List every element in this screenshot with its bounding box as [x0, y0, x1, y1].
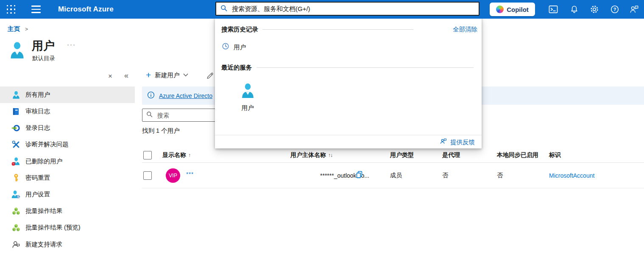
- search-icon: [220, 5, 227, 13]
- svg-text:?: ?: [613, 7, 616, 12]
- notifications-bell-icon[interactable]: [569, 4, 579, 14]
- help-icon[interactable]: ?: [610, 4, 620, 14]
- divider: [256, 67, 474, 68]
- user-icon: [241, 83, 255, 100]
- global-search-box[interactable]: [215, 2, 480, 16]
- signin-log-icon: [11, 123, 20, 132]
- result-count: 找到 1 个用户: [142, 127, 180, 135]
- plus-icon: +: [146, 71, 151, 79]
- sort-asc-icon: ↑: [188, 152, 190, 158]
- breadcrumb-home-link[interactable]: 主页: [8, 25, 20, 32]
- users-page-icon: [9, 41, 25, 61]
- sidebar-item-audit-logs[interactable]: 审核日志: [0, 103, 135, 120]
- chevron-down-icon: [183, 73, 188, 77]
- sidebar-item-signin-logs[interactable]: 登录日志: [0, 120, 135, 136]
- sidebar-item-password-reset[interactable]: 密码重置: [0, 170, 135, 186]
- row-checkbox[interactable]: [143, 171, 152, 180]
- col-identity[interactable]: 标识: [549, 151, 561, 159]
- top-bar: Microsoft Azure Copilot ?: [0, 0, 644, 19]
- copilot-logo-icon: [496, 6, 504, 13]
- deleted-user-icon: [11, 157, 20, 166]
- new-user-button[interactable]: + 新建用户: [146, 71, 188, 79]
- recent-services-title: 最近的服务: [221, 64, 252, 72]
- recent-service-users-tile[interactable]: 用户: [234, 83, 261, 112]
- user-settings-icon: [11, 190, 20, 199]
- provide-feedback-link[interactable]: 提供反馈: [450, 138, 475, 146]
- col-is-delegate[interactable]: 是代理: [442, 151, 460, 159]
- close-blade-icon[interactable]: ×: [108, 72, 112, 81]
- onprem-sync-value: 否: [497, 172, 503, 179]
- user-display-name-link[interactable]: ***: [186, 170, 194, 177]
- col-user-type[interactable]: 用户类型: [390, 151, 414, 159]
- sidebar-item-all-users[interactable]: 所有用户: [0, 87, 135, 103]
- audit-log-icon: [11, 107, 20, 116]
- identity-link[interactable]: MicrosoftAccount: [549, 172, 594, 179]
- avatar: VIP: [166, 168, 180, 183]
- feedback-icon: [440, 138, 447, 146]
- divider: [262, 29, 413, 30]
- azure-portal-window: Microsoft Azure Copilot ? 主页 >: [0, 0, 644, 257]
- history-clock-icon: [222, 42, 229, 52]
- select-all-checkbox[interactable]: [143, 151, 152, 159]
- sidebar-item-diagnose[interactable]: 诊断并解决问题: [0, 136, 135, 153]
- new-user-label: 新建用户: [155, 71, 179, 79]
- table-row[interactable]: VIP *** ******_outlook.co... 成员 否 否 Micr…: [142, 163, 644, 188]
- search-history-title: 搜索历史记录: [221, 25, 258, 34]
- col-upn[interactable]: 用户主体名称↑↓: [290, 151, 332, 159]
- collapse-menu-icon[interactable]: «: [124, 71, 128, 80]
- key-icon: [11, 173, 20, 182]
- copilot-button[interactable]: Copilot: [490, 3, 535, 16]
- cubes-icon: [11, 207, 20, 215]
- is-delegate-value: 否: [442, 172, 448, 179]
- cubes-icon: [11, 223, 20, 232]
- diagnose-icon: [11, 140, 20, 149]
- banner-link[interactable]: Azure Active Directo: [159, 92, 212, 99]
- copy-icon[interactable]: [356, 171, 363, 180]
- sidebar-item-bulk-results-preview[interactable]: 批量操作结果 (预览): [0, 219, 135, 236]
- clear-all-link[interactable]: 全部清除: [453, 25, 477, 34]
- sidebar-menu: 所有用户 审核日志 登录日志 诊断并解决问题 已删除的用户: [0, 87, 136, 256]
- user-icon: [11, 90, 20, 99]
- edit-pencil-icon[interactable]: [206, 72, 214, 81]
- search-icon: [146, 111, 153, 119]
- support-request-icon: [11, 240, 20, 249]
- hamburger-menu-icon[interactable]: [31, 6, 41, 13]
- page-more-button[interactable]: ···: [67, 41, 76, 48]
- search-dropdown-panel: 搜索历史记录 全部清除 用户 最近的服务 用户 提供反馈: [215, 17, 482, 148]
- cloud-shell-icon[interactable]: [548, 4, 558, 14]
- settings-gear-icon[interactable]: [589, 4, 599, 14]
- user-type-value: 成员: [390, 172, 402, 179]
- sidebar-item-new-support-request[interactable]: 新建支持请求: [0, 236, 135, 253]
- global-search-input[interactable]: [231, 5, 474, 13]
- copilot-label: Copilot: [507, 6, 529, 13]
- users-table: 显示名称↑ 用户主体名称↑↓ 用户类型 是代理 本地同步已启用 标识 VIP *…: [142, 148, 644, 188]
- sidebar-item-bulk-results[interactable]: 批量操作结果: [0, 203, 135, 219]
- sort-both-icon: ↑↓: [328, 152, 332, 158]
- sidebar-item-user-settings[interactable]: 用户设置: [0, 186, 135, 203]
- breadcrumb-chevron-icon: >: [25, 26, 28, 32]
- dropdown-footer: 提供反馈: [215, 135, 482, 149]
- page-subtitle: 默认目录: [32, 55, 55, 62]
- product-title[interactable]: Microsoft Azure: [58, 5, 114, 14]
- col-display-name[interactable]: 显示名称↑: [162, 151, 190, 159]
- breadcrumb: 主页 >: [8, 25, 28, 33]
- info-icon: [147, 91, 155, 101]
- sidebar-item-deleted-users[interactable]: 已删除的用户: [0, 153, 135, 170]
- search-history-item[interactable]: 用户: [222, 42, 246, 52]
- waffle-menu-icon[interactable]: [7, 5, 16, 14]
- feedback-person-icon[interactable]: [629, 4, 639, 14]
- page-title: 用户: [32, 38, 55, 53]
- col-onprem-sync[interactable]: 本地同步已启用: [497, 151, 538, 159]
- users-table-header: 显示名称↑ 用户主体名称↑↓ 用户类型 是代理 本地同步已启用 标识: [142, 148, 644, 163]
